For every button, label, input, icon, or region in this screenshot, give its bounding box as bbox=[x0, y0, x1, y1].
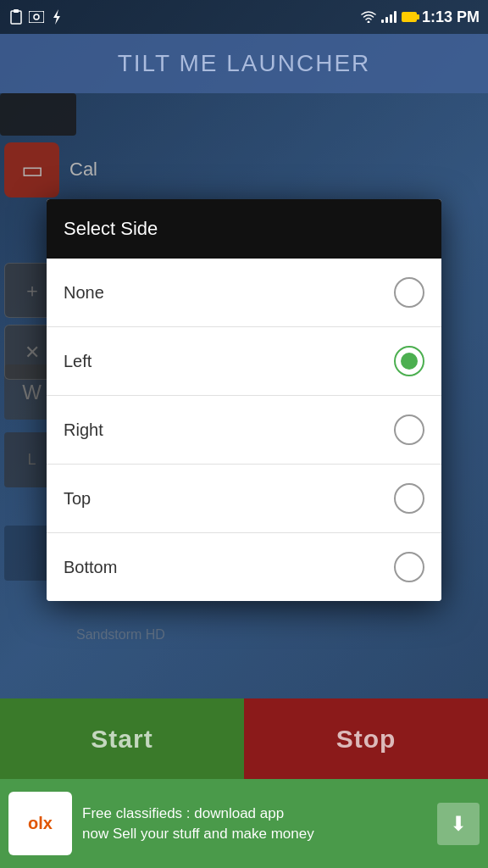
option-left-radio[interactable] bbox=[394, 346, 424, 376]
clipboard-icon bbox=[8, 9, 24, 25]
stop-button-label: Stop bbox=[336, 725, 396, 754]
ad-line1: Free classifieds : download app bbox=[82, 804, 427, 824]
option-left-label: Left bbox=[64, 352, 92, 371]
status-bar: 1:13 PM bbox=[0, 0, 488, 34]
option-none[interactable]: None bbox=[47, 259, 441, 327]
start-button-label: Start bbox=[91, 725, 152, 754]
status-left-icons bbox=[8, 9, 64, 25]
title-bar: TILT ME Launcher bbox=[0, 34, 488, 93]
svg-rect-2 bbox=[29, 11, 44, 23]
status-right-icons: 1:13 PM bbox=[361, 8, 480, 26]
lightning-icon bbox=[49, 9, 64, 25]
ad-banner[interactable]: olx Free classifieds : download app now … bbox=[0, 779, 488, 868]
select-side-dialog: Select Side None Left Right Top Bottom bbox=[47, 199, 441, 601]
ad-download-button[interactable]: ⬇ bbox=[437, 803, 480, 845]
dialog-title: Select Side bbox=[64, 218, 158, 239]
option-bottom-radio[interactable] bbox=[394, 552, 424, 582]
option-right-radio[interactable] bbox=[394, 415, 424, 445]
download-arrow-icon: ⬇ bbox=[450, 812, 467, 836]
option-right-label: Right bbox=[64, 420, 103, 440]
option-bottom-label: Bottom bbox=[64, 558, 117, 577]
svg-point-5 bbox=[367, 21, 369, 24]
svg-marker-4 bbox=[53, 9, 60, 25]
option-none-radio[interactable] bbox=[394, 277, 424, 308]
option-top[interactable]: Top bbox=[47, 465, 441, 533]
start-button[interactable]: Start bbox=[0, 698, 244, 779]
dialog-title-bar: Select Side bbox=[47, 199, 441, 259]
option-bottom[interactable]: Bottom bbox=[47, 533, 441, 601]
photo-icon bbox=[29, 9, 44, 25]
svg-rect-1 bbox=[14, 9, 19, 13]
option-right[interactable]: Right bbox=[47, 396, 441, 465]
status-time: 1:13 PM bbox=[422, 8, 480, 26]
option-top-radio[interactable] bbox=[394, 483, 424, 514]
ad-line2: now Sell your stuff and make money bbox=[82, 824, 427, 844]
svg-point-3 bbox=[34, 14, 39, 19]
app-title: TILT ME Launcher bbox=[118, 50, 371, 77]
option-top-label: Top bbox=[64, 489, 91, 509]
ad-logo: olx bbox=[8, 792, 72, 855]
stop-button[interactable]: Stop bbox=[244, 698, 488, 779]
option-none-label: None bbox=[64, 283, 104, 303]
dialog-options: None Left Right Top Bottom bbox=[47, 259, 441, 601]
signal-icon bbox=[381, 11, 396, 23]
ad-text: Free classifieds : download app now Sell… bbox=[82, 804, 427, 844]
battery-icon bbox=[402, 9, 417, 25]
radio-selected-dot bbox=[401, 353, 418, 370]
option-left[interactable]: Left bbox=[47, 327, 441, 396]
wifi-icon bbox=[361, 9, 376, 25]
svg-rect-0 bbox=[11, 11, 21, 24]
ad-logo-text: olx bbox=[28, 814, 53, 833]
bottom-buttons: Start Stop bbox=[0, 698, 488, 779]
